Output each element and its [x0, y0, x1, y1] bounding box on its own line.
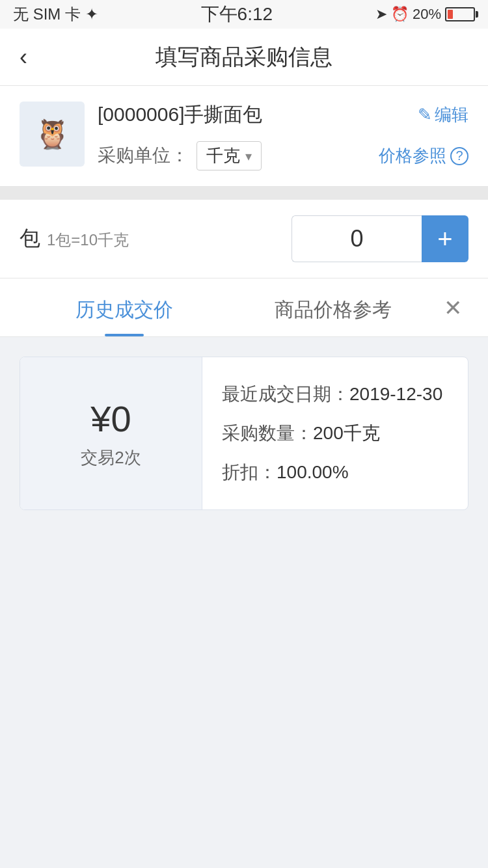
- back-button[interactable]: ‹: [20, 44, 27, 71]
- location-icon: ➤: [375, 6, 387, 23]
- tab-history-price[interactable]: 历史成交价: [20, 278, 228, 336]
- unit-select[interactable]: 千克 ▾: [197, 141, 262, 170]
- edit-icon: ✎: [418, 105, 432, 125]
- nav-bar: ‹ 填写商品采购信息: [0, 29, 488, 86]
- product-logo-icon: 🦉: [34, 117, 70, 151]
- edit-label: 编辑: [435, 103, 468, 126]
- quantity-row: 包 1包=10千克 +: [0, 200, 488, 278]
- transaction-price: ¥0: [90, 398, 131, 440]
- quantity-input[interactable]: [291, 215, 422, 262]
- product-info: [0000006]手撕面包 ✎ 编辑 采购单位： 千克 ▾ 价格参照 ?: [98, 102, 468, 170]
- product-name: [0000006]手撕面包: [98, 102, 262, 128]
- unit-selector-group: 采购单位： 千克 ▾: [98, 141, 262, 170]
- content-area: ¥0 交易2次 最近成交日期：2019-12-30 采购数量：200千克 折扣：…: [0, 337, 488, 727]
- unit-label: 采购单位：: [98, 145, 189, 165]
- transaction-qty-value: 200千克: [313, 423, 380, 443]
- status-time: 下午6:12: [201, 2, 273, 27]
- alarm-icon: ⏰: [391, 6, 409, 23]
- quantity-conversion: 1包=10千克: [47, 230, 129, 251]
- tab-close-button[interactable]: ✕: [437, 282, 468, 334]
- tabs-bar: 历史成交价 商品价格参考 ✕: [0, 278, 488, 337]
- transaction-price-panel: ¥0 交易2次: [20, 357, 202, 509]
- dropdown-arrow-icon: ▾: [245, 148, 252, 164]
- product-image: 🦉: [20, 102, 85, 167]
- transaction-discount-label: 折扣：: [222, 462, 277, 482]
- transaction-date-row: 最近成交日期：2019-12-30: [222, 381, 448, 408]
- quantity-input-group: +: [291, 215, 468, 262]
- product-card: 🦉 [0000006]手撕面包 ✎ 编辑 采购单位： 千克 ▾ 价格参照 ?: [0, 86, 488, 187]
- edit-button[interactable]: ✎ 编辑: [418, 103, 468, 126]
- transaction-discount-value: 100.00%: [277, 462, 349, 482]
- transaction-date-label: 最近成交日期：: [222, 384, 349, 404]
- transaction-count: 交易2次: [81, 446, 141, 469]
- transaction-card: ¥0 交易2次 最近成交日期：2019-12-30 采购数量：200千克 折扣：…: [20, 357, 468, 510]
- status-right: ➤ ⏰ 20%: [375, 6, 475, 23]
- price-reference-button[interactable]: 价格参照 ?: [379, 144, 468, 167]
- status-sim: 无 SIM 卡 ✦: [13, 4, 98, 25]
- quantity-unit: 包: [20, 224, 40, 253]
- unit-value: 千克: [206, 144, 240, 167]
- transaction-discount-row: 折扣：100.00%: [222, 459, 448, 486]
- divider-band: [0, 187, 488, 200]
- transaction-qty-row: 采购数量：200千克: [222, 420, 448, 447]
- tab-price-ref-label: 商品价格参考: [275, 299, 392, 320]
- page-title: 填写商品采购信息: [156, 42, 332, 72]
- quantity-plus-button[interactable]: +: [422, 215, 468, 262]
- transaction-date-value: 2019-12-30: [349, 384, 442, 404]
- transaction-details-panel: 最近成交日期：2019-12-30 采购数量：200千克 折扣：100.00%: [202, 357, 468, 509]
- status-bar: 无 SIM 卡 ✦ 下午6:12 ➤ ⏰ 20%: [0, 0, 488, 29]
- battery-percent: 20%: [413, 6, 441, 23]
- tab-history-label: 历史成交价: [75, 299, 173, 320]
- transaction-qty-label: 采购数量：: [222, 423, 313, 443]
- info-icon: ?: [450, 147, 468, 165]
- tab-price-reference[interactable]: 商品价格参考: [228, 278, 437, 336]
- price-ref-label: 价格参照: [379, 144, 446, 167]
- battery-icon: [445, 7, 475, 21]
